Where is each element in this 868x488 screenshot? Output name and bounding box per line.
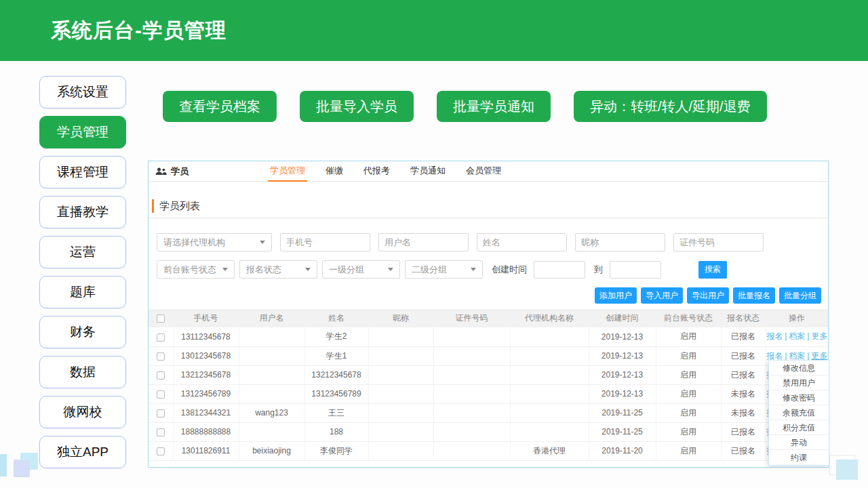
- row-checkbox[interactable]: [157, 333, 165, 342]
- bulk-action-button[interactable]: 导出用户: [687, 287, 729, 304]
- sidebar-item[interactable]: 数据: [39, 356, 126, 388]
- cell: 188: [304, 422, 368, 441]
- table-row: 13812344321wang123王三2019-11-25启用未报名报名|档案…: [149, 403, 828, 422]
- chevron-down-icon: [222, 268, 228, 271]
- filter-input[interactable]: [575, 233, 665, 251]
- cell: [239, 365, 304, 384]
- action-separator: |: [785, 331, 787, 341]
- table-header-row: 手机号用户名姓名昵称证件号码代理机构名称创建时间前台账号状态报名状态操作: [149, 309, 828, 327]
- cell: 13011826911: [173, 441, 239, 460]
- row-action-link[interactable]: 更多: [811, 331, 827, 341]
- filter-input[interactable]: [673, 233, 764, 251]
- cell: [433, 327, 510, 346]
- created-from-input[interactable]: [534, 261, 585, 279]
- to-label: 到: [594, 264, 603, 276]
- context-menu-item[interactable]: 余额充值: [769, 405, 829, 420]
- quick-action-button[interactable]: 批量学员通知: [437, 91, 551, 122]
- tab[interactable]: 代报考: [361, 161, 392, 182]
- sidebar-item[interactable]: 学员管理: [39, 116, 126, 148]
- row-checkbox[interactable]: [157, 390, 165, 399]
- cell: [368, 327, 433, 346]
- row-checkbox[interactable]: [157, 409, 165, 418]
- row-action-link[interactable]: 档案: [789, 351, 805, 361]
- select-value: 前台账号状态: [163, 264, 216, 276]
- tab[interactable]: 催缴: [323, 161, 345, 182]
- chevron-down-icon: [471, 268, 476, 271]
- created-to-input[interactable]: [610, 261, 661, 279]
- column-header: 报名状态: [721, 309, 766, 327]
- context-menu-item[interactable]: 禁用用户: [769, 375, 829, 390]
- row-checkbox[interactable]: [157, 371, 165, 380]
- status-select[interactable]: 一级分组: [322, 260, 400, 279]
- bulk-action-button[interactable]: 批量分组: [779, 287, 821, 304]
- sidebar-item[interactable]: 微网校: [39, 396, 126, 428]
- search-button[interactable]: 搜索: [698, 261, 727, 279]
- chevron-down-icon: [388, 268, 393, 271]
- tab[interactable]: 学员管理: [268, 161, 307, 182]
- cell: 启用: [656, 346, 721, 365]
- cell: 李俊同学: [304, 441, 368, 460]
- context-menu-item[interactable]: 约课: [769, 450, 829, 465]
- cell: 启用: [656, 422, 721, 441]
- filter-row-2: 前台账号状态报名状态一级分组二级分组 创建时间 到 搜索: [149, 260, 828, 279]
- cell: [510, 327, 589, 346]
- row-action-link[interactable]: 档案: [789, 331, 805, 341]
- cell: [510, 384, 589, 403]
- context-menu-item[interactable]: 积分充值: [769, 420, 829, 435]
- status-select[interactable]: 前台账号状态: [157, 260, 235, 279]
- status-select[interactable]: 报名状态: [239, 260, 317, 279]
- quick-action-button[interactable]: 异动：转班/转人/延期/退费: [574, 91, 767, 122]
- quick-action-button[interactable]: 查看学员档案: [163, 91, 277, 122]
- row-checkbox[interactable]: [157, 352, 165, 361]
- sidebar-item[interactable]: 财务: [39, 316, 126, 348]
- decoration-square: [0, 454, 7, 476]
- context-menu-item[interactable]: 异动: [769, 435, 829, 450]
- module-title: 学员: [155, 165, 189, 178]
- sidebar-item[interactable]: 题库: [39, 276, 126, 308]
- row-action-link[interactable]: 更多: [811, 351, 827, 361]
- filter-input[interactable]: [378, 233, 469, 251]
- context-menu-item[interactable]: 修改信息: [769, 361, 829, 375]
- bulk-action-button[interactable]: 导入用户: [641, 287, 683, 304]
- table-row: 188888888881882019-11-25启用已报名报名|档案|更多: [149, 422, 828, 441]
- tab-bar: 学员管理催缴代报考学员通知会员管理: [260, 161, 511, 182]
- sidebar-item[interactable]: 独立APP: [39, 436, 126, 468]
- cell: [433, 441, 510, 460]
- cell: 已报名: [721, 365, 766, 384]
- cell: 13212345678: [304, 365, 368, 384]
- row-action-link[interactable]: 报名: [766, 331, 783, 341]
- row-checkbox[interactable]: [157, 447, 165, 455]
- cell: 已报名: [721, 346, 766, 365]
- sidebar-item[interactable]: 运营: [39, 236, 126, 268]
- select-all-checkbox[interactable]: [157, 314, 165, 323]
- sidebar-item[interactable]: 直播教学: [39, 196, 126, 228]
- filter-input[interactable]: [477, 233, 567, 251]
- cell: [239, 327, 304, 346]
- cell: 已报名: [721, 327, 766, 346]
- sidebar: 系统设置学员管理课程管理直播教学运营题库财务数据微网校独立APP: [39, 76, 126, 476]
- tab[interactable]: 学员通知: [408, 161, 448, 182]
- more-context-menu: 修改信息禁用用户修改密码余额充值积分充值异动约课: [768, 360, 829, 466]
- row-checkbox[interactable]: [157, 428, 165, 436]
- status-select[interactable]: 二级分组: [405, 260, 483, 279]
- bulk-action-button[interactable]: 批量报名: [733, 287, 775, 304]
- top-banner: 系统后台-学员管理: [0, 0, 868, 61]
- tab[interactable]: 会员管理: [464, 161, 503, 182]
- sidebar-item[interactable]: 系统设置: [39, 76, 126, 108]
- table-row: 13112345678学生22019-12-13启用已报名报名|档案|更多: [149, 327, 828, 346]
- cell: [239, 346, 304, 365]
- filter-input[interactable]: [280, 233, 370, 251]
- cell: [368, 365, 433, 384]
- bulk-action-button[interactable]: 添加用户: [595, 287, 637, 304]
- cell: 13212345678: [173, 365, 239, 384]
- cell: 启用: [656, 365, 721, 384]
- context-menu-item[interactable]: 修改密码: [769, 390, 829, 405]
- cell: 13112345678: [173, 327, 239, 346]
- sidebar-item[interactable]: 课程管理: [39, 156, 126, 188]
- row-action-link[interactable]: 报名: [766, 351, 783, 361]
- action-separator: |: [807, 331, 809, 341]
- cell: 2019-11-20: [589, 441, 656, 460]
- module-label: 学员: [171, 165, 189, 178]
- agency-select[interactable]: 请选择代理机构: [157, 233, 272, 251]
- quick-action-button[interactable]: 批量导入学员: [300, 91, 414, 122]
